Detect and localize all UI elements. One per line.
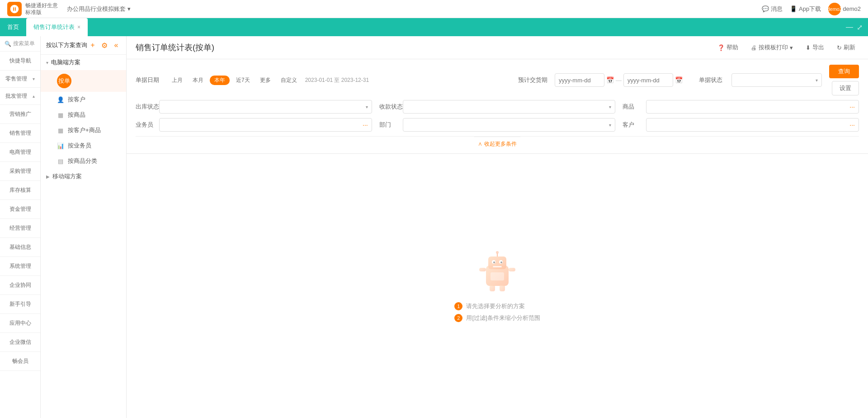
status-select[interactable]: ▾ — [731, 73, 822, 87]
tab-close-btn[interactable]: × — [77, 24, 80, 30]
sidebar-item-operations[interactable]: 经营管理 — [0, 219, 40, 238]
goods-select[interactable]: ··· — [646, 100, 859, 114]
wholesale-expand-icon: ▴ — [33, 94, 35, 99]
sidebar-item-app-center[interactable]: 应用中心 — [0, 314, 40, 333]
desktop-group-arrow: ▾ — [46, 60, 48, 65]
workspace-dropdown-icon[interactable]: ▾ — [127, 5, 131, 12]
business-more-icon[interactable]: ··· — [363, 121, 368, 128]
date-btn-last-month[interactable]: 上月 — [168, 76, 186, 85]
date-separator: — — [616, 77, 622, 84]
dept-icon: ▾ — [609, 123, 611, 128]
app-download-btn[interactable]: 📱 App下载 — [790, 5, 821, 13]
ship-status-select[interactable]: ▾ — [159, 100, 372, 114]
settings-btn[interactable]: 设置 — [832, 81, 859, 95]
date-start-icon[interactable]: 📅 — [606, 76, 614, 84]
main-layout: 🔍 搜索菜单 快捷导航 零售管理 ▾ 批发管理 ▴ 营销推广 销售管理 电商管理… — [0, 36, 868, 418]
desktop-group-name: 电脑端方案 — [51, 58, 80, 66]
brand-name: 畅捷通好生意 标准版 — [25, 2, 58, 15]
dept-select[interactable]: ▾ — [403, 118, 616, 132]
scheme-item-by-goods[interactable]: ▦ 按商品 — [41, 107, 126, 123]
collapse-conditions-btn[interactable]: ∧ 收起更多条件 — [474, 137, 520, 151]
date-filter-group: 上月 本月 本年 近7天 更多 自定义 2023-01-01 至 2023-12… — [168, 76, 502, 85]
tab-minimize-icon[interactable]: — — [846, 23, 853, 31]
print-icon: 🖨 — [751, 44, 757, 51]
scheme-item-by-order[interactable]: 按单 — [41, 70, 126, 92]
by-customer-goods-icon: ▦ — [57, 127, 64, 134]
empty-state: 1 请先选择要分析的方案 2 用[过滤]条件来缩小分析范围 — [127, 154, 868, 418]
sidebar-item-collaboration[interactable]: 企业协同 — [0, 276, 40, 295]
sidebar-item-retail[interactable]: 零售管理 ▾ — [0, 71, 40, 88]
expected-date-group: 📅 — 📅 — [555, 73, 683, 87]
customer-group: 客户 ··· — [623, 118, 859, 132]
dept-label: 部门 — [379, 121, 403, 129]
goods-more-icon[interactable]: ··· — [849, 103, 855, 110]
sidebar-search-label: 搜索菜单 — [13, 40, 35, 48]
print-btn[interactable]: 🖨 按模板打印 ▾ — [747, 42, 797, 53]
brand-area: 畅捷通好生意 标准版 — [7, 2, 58, 16]
sidebar-search-btn[interactable]: 🔍 搜索菜单 — [0, 36, 40, 52]
mobile-group-header[interactable]: ▶ 移动端方案 — [41, 169, 126, 184]
customer-label: 客户 — [623, 121, 646, 129]
user-avatar[interactable]: demo2 demo2 — [828, 3, 861, 15]
sidebar: 🔍 搜索菜单 快捷导航 零售管理 ▾ 批发管理 ▴ 营销推广 销售管理 电商管理… — [0, 36, 41, 418]
date-btn-7days[interactable]: 近7天 — [232, 76, 254, 85]
expected-date-start[interactable] — [555, 73, 604, 87]
query-btn[interactable]: 查询 — [829, 65, 859, 78]
sidebar-item-inventory[interactable]: 库存核算 — [0, 181, 40, 200]
sidebar-item-finance[interactable]: 资金管理 — [0, 200, 40, 219]
left-panel: 按以下方案查询 + ⚙ « ▾ 电脑端方案 按单 👤 按客户 — [41, 36, 127, 418]
refresh-icon: ↻ — [837, 44, 842, 51]
svg-rect-8 — [493, 266, 502, 267]
by-customer-icon: 👤 — [57, 96, 64, 103]
tab-bar-actions: — ⤢ — [846, 23, 868, 32]
tab-expand-icon[interactable]: ⤢ — [857, 23, 863, 32]
date-btn-this-year[interactable]: 本年 — [210, 76, 230, 85]
sidebar-item-ecommerce[interactable]: 电商管理 — [0, 143, 40, 162]
desktop-scheme-group: ▾ 电脑端方案 按单 👤 按客户 ▦ 按商品 ▦ 按客户+商品 — [41, 55, 126, 169]
sidebar-item-marketing[interactable]: 营销推广 — [0, 105, 40, 124]
sidebar-item-basic-info[interactable]: 基础信息 — [0, 238, 40, 257]
help-icon: ❓ — [717, 44, 725, 51]
refresh-btn[interactable]: ↻ 刷新 — [833, 42, 859, 53]
sidebar-item-new-guide[interactable]: 新手引导 — [0, 295, 40, 314]
svg-rect-12 — [500, 285, 505, 291]
date-btn-this-month[interactable]: 本月 — [189, 76, 207, 85]
date-end-icon[interactable]: 📅 — [675, 76, 683, 84]
empty-state-content: 1 请先选择要分析的方案 2 用[过滤]条件来缩小分析范围 — [454, 250, 540, 322]
sidebar-item-sales[interactable]: 销售管理 — [0, 124, 40, 143]
empty-state-icon — [475, 250, 520, 295]
business-select[interactable]: ··· — [159, 118, 372, 132]
scheme-item-by-customer-goods[interactable]: ▦ 按客户+商品 — [41, 123, 126, 138]
by-goods-category-icon: ▤ — [57, 157, 64, 165]
pay-status-select[interactable]: ▾ — [403, 100, 616, 114]
customer-more-icon[interactable]: ··· — [849, 121, 855, 128]
sidebar-item-wechat[interactable]: 企业微信 — [0, 333, 40, 352]
tab-sales-stats[interactable]: 销售订单统计表 × — [26, 18, 88, 36]
settings-scheme-btn[interactable]: ⚙ — [100, 41, 109, 50]
message-btn[interactable]: 💬 消息 — [762, 5, 783, 13]
top-bar: 畅捷通好生意 标准版 办公用品行业模拟账套 ▾ 💬 消息 📱 App下载 dem… — [0, 0, 868, 18]
collapse-panel-btn[interactable]: « — [112, 41, 121, 50]
export-btn[interactable]: ⬇ 导出 — [802, 42, 828, 53]
add-scheme-btn[interactable]: + — [88, 41, 97, 50]
scheme-item-by-customer[interactable]: 👤 按客户 — [41, 92, 126, 107]
customer-select[interactable]: ··· — [646, 118, 859, 132]
scheme-item-by-salesperson[interactable]: 📊 按业务员 — [41, 138, 126, 153]
top-bar-right: 💬 消息 📱 App下载 demo2 demo2 — [762, 3, 861, 15]
tab-home[interactable]: 首页 — [0, 18, 26, 36]
scheme-item-by-goods-category[interactable]: ▤ 按商品分类 — [41, 153, 126, 169]
collapse-icon: ∧ — [478, 141, 482, 147]
sidebar-item-quick-nav[interactable]: 快捷导航 — [0, 52, 40, 71]
sidebar-item-wholesale[interactable]: 批发管理 ▴ — [0, 88, 40, 105]
left-panel-header: 按以下方案查询 + ⚙ « — [41, 36, 126, 55]
help-btn[interactable]: ❓ 帮助 — [714, 42, 742, 53]
date-btn-more[interactable]: 更多 — [256, 76, 274, 85]
workspace-selector[interactable]: 办公用品行业模拟账套 ▾ — [58, 5, 762, 13]
desktop-group-header[interactable]: ▾ 电脑端方案 — [41, 55, 126, 70]
sidebar-item-system[interactable]: 系统管理 — [0, 257, 40, 276]
status-label: 单据状态 — [699, 76, 724, 84]
expected-date-end[interactable] — [623, 73, 673, 87]
sidebar-item-member[interactable]: 畅会员 — [0, 352, 40, 371]
date-btn-custom[interactable]: 自定义 — [277, 76, 301, 85]
sidebar-item-purchase[interactable]: 采购管理 — [0, 162, 40, 181]
